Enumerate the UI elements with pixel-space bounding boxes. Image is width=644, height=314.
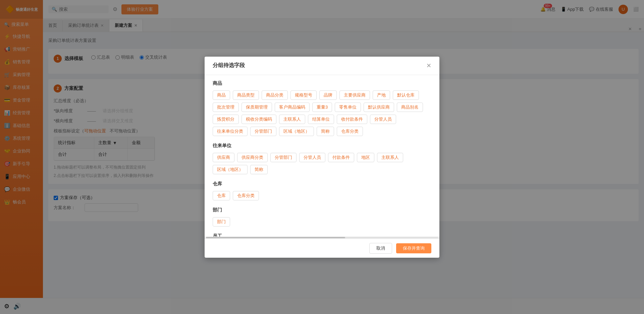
- field-warehouse-cat[interactable]: 仓库分类: [233, 191, 259, 200]
- section-department-tags: 部门: [213, 217, 431, 227]
- field-brand[interactable]: 品牌: [319, 90, 337, 100]
- field-dept[interactable]: 部门: [213, 217, 230, 227]
- section-product-title: 商品: [213, 80, 431, 86]
- field-customer-code[interactable]: 客户商品编码: [275, 103, 310, 112]
- field-product-type[interactable]: 商品类型: [233, 90, 259, 100]
- field-retail-unit[interactable]: 零售单位: [335, 103, 361, 112]
- field-spec-model[interactable]: 规格型号: [290, 90, 317, 100]
- modal-footer: 取消 保存并查询: [205, 239, 439, 258]
- modal-close-button[interactable]: ✕: [426, 62, 431, 69]
- field-default-supplier[interactable]: 默认供应商: [364, 103, 394, 112]
- field-main-supplier[interactable]: 主要供应商: [339, 90, 370, 100]
- save-button[interactable]: 保存并查询: [396, 243, 431, 253]
- section-employee-title: 员工: [213, 233, 431, 237]
- field-origin[interactable]: 产地: [373, 90, 390, 100]
- field-supplier[interactable]: 供应商: [213, 153, 234, 162]
- hscroll-track: [206, 237, 438, 238]
- section-warehouse-title: 仓库: [213, 181, 431, 187]
- field-pick-score[interactable]: 拣货积分: [213, 115, 239, 124]
- field-batch-mgmt[interactable]: 批次管理: [213, 103, 239, 112]
- field-area-region[interactable]: 区域（地区）: [279, 127, 314, 136]
- field-supervisor[interactable]: 分管人员: [370, 115, 396, 124]
- field-region[interactable]: 地区: [357, 153, 374, 162]
- section-employee: 员工 业务员: [213, 233, 431, 237]
- field-product-alias[interactable]: 商品别名: [397, 103, 423, 112]
- section-partner: 往来单位 供应商 供应商分类 分管部门 分管人员 付款条件 地区 主联系人 区域…: [213, 143, 431, 174]
- field-tax-code[interactable]: 税收分类编码: [241, 115, 276, 124]
- modal-overlay: 分组待选字段 ✕ 商品 商品 商品类型 商品分类 规格型号 品牌 主要供应商 产…: [0, 0, 644, 314]
- field-default-warehouse[interactable]: 默认仓库: [393, 90, 419, 100]
- field-main-contact[interactable]: 主联系人: [279, 115, 305, 124]
- section-product-tags: 商品 商品类型 商品分类 规格型号 品牌 主要供应商 产地 默认仓库 批次管理 …: [213, 90, 431, 136]
- section-department-title: 部门: [213, 207, 431, 213]
- field-area2[interactable]: 区域（地区）: [213, 165, 248, 174]
- section-product: 商品 商品 商品类型 商品分类 规格型号 品牌 主要供应商 产地 默认仓库 批次…: [213, 80, 431, 136]
- field-partner-category[interactable]: 往来单位分类: [213, 127, 248, 136]
- modal-header: 分组待选字段 ✕: [205, 57, 439, 75]
- field-main-contact2[interactable]: 主联系人: [377, 153, 403, 162]
- field-warehouse[interactable]: 仓库: [213, 191, 230, 200]
- field-product-category[interactable]: 商品分类: [262, 90, 288, 100]
- section-department: 部门 部门: [213, 207, 431, 227]
- field-dept-managed[interactable]: 分管部门: [250, 127, 276, 136]
- field-product[interactable]: 商品: [213, 90, 230, 100]
- field-department[interactable]: 分管部门: [270, 153, 297, 162]
- field-shelf-life[interactable]: 保质期管理: [241, 103, 272, 112]
- cancel-button[interactable]: 取消: [369, 243, 392, 254]
- modal-field-selector: 分组待选字段 ✕ 商品 商品 商品类型 商品分类 规格型号 品牌 主要供应商 产…: [205, 57, 439, 258]
- field-settlement-unit[interactable]: 结算单位: [308, 115, 334, 124]
- field-payment-condition[interactable]: 付款条件: [328, 153, 354, 162]
- modal-title: 分组待选字段: [213, 62, 245, 69]
- field-short-name2[interactable]: 简称: [250, 165, 268, 174]
- section-partner-title: 往来单位: [213, 143, 431, 149]
- section-warehouse-tags: 仓库 仓库分类: [213, 191, 431, 200]
- section-partner-tags: 供应商 供应商分类 分管部门 分管人员 付款条件 地区 主联系人 区域（地区） …: [213, 153, 431, 174]
- field-warehouse-category[interactable]: 仓库分类: [337, 127, 363, 136]
- modal-body: 商品 商品 商品类型 商品分类 规格型号 品牌 主要供应商 产地 默认仓库 批次…: [205, 75, 439, 237]
- hscroll-thumb: [206, 237, 345, 238]
- field-supplier-category[interactable]: 供应商分类: [237, 153, 268, 162]
- field-payment-terms[interactable]: 收付款条件: [337, 115, 367, 124]
- field-short-name[interactable]: 简称: [317, 127, 334, 136]
- field-supervisor2[interactable]: 分管人员: [299, 153, 325, 162]
- field-weight[interactable]: 重量3: [312, 103, 332, 112]
- section-warehouse: 仓库 仓库 仓库分类: [213, 181, 431, 200]
- modal-hscroll[interactable]: [205, 237, 439, 239]
